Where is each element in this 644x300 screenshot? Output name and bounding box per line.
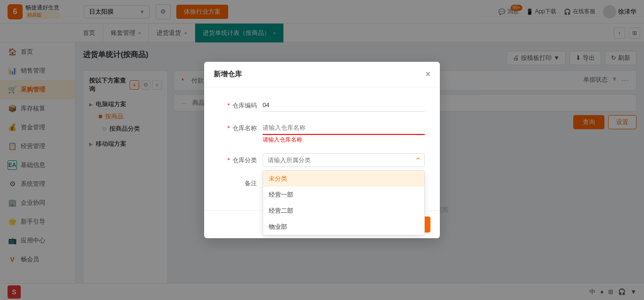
category-select-wrap: ⌃ 未分类 经营一部 经营二部 物业部 [263, 153, 425, 167]
name-label: * 仓库名称 [219, 121, 257, 133]
dropdown-option-dept2[interactable]: 经营二部 [263, 203, 424, 219]
modal-title: 新增仓库 [214, 70, 242, 79]
dropdown-option-dept1[interactable]: 经营一部 [263, 187, 424, 203]
modal-body: * 仓库编码 * 仓库名称 请输入仓库名称 * [204, 87, 440, 210]
warehouse-category-row: * 仓库分类 ⌃ 未分类 经营一部 经营二部 物业部 [219, 153, 425, 167]
note-label: 备注 [219, 176, 257, 188]
name-error-message: 请输入仓库名称 [263, 136, 425, 144]
dropdown-option-dept3[interactable]: 物业部 [263, 219, 424, 235]
category-arrow-icon[interactable]: ⌃ [415, 156, 421, 165]
modal-overlay: 新增仓库 × * 仓库编码 * 仓库名称 请输入仓库名称 [0, 0, 644, 300]
modal-new-warehouse: 新增仓库 × * 仓库编码 * 仓库名称 请输入仓库名称 [204, 62, 440, 238]
warehouse-code-input[interactable] [263, 99, 425, 112]
modal-header: 新增仓库 × [204, 62, 440, 87]
category-label: * 仓库分类 [219, 153, 257, 165]
code-label: * 仓库编码 [219, 99, 257, 110]
category-input[interactable] [263, 153, 425, 167]
warehouse-code-row: * 仓库编码 [219, 99, 425, 112]
warehouse-name-row: * 仓库名称 请输入仓库名称 [219, 121, 425, 144]
modal-close-button[interactable]: × [425, 69, 430, 79]
warehouse-name-input[interactable] [263, 121, 425, 135]
dropdown-option-uncategorized[interactable]: 未分类 [263, 171, 424, 187]
category-dropdown: 未分类 经营一部 经营二部 物业部 [263, 170, 425, 235]
